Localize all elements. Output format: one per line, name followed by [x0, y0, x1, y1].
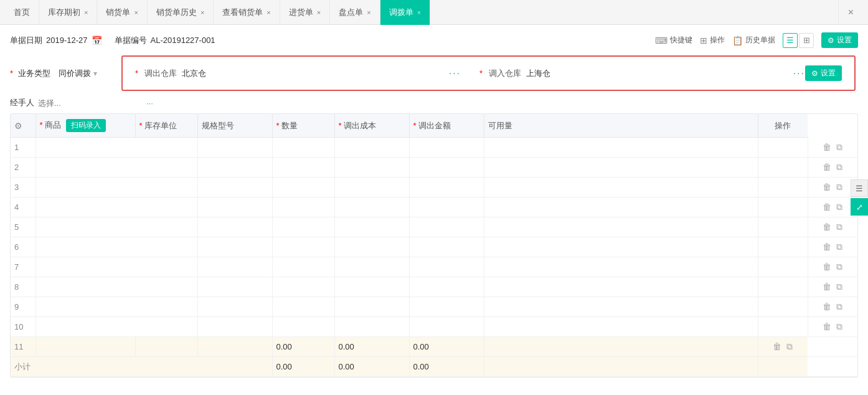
tab-sales-order-close[interactable]: × — [134, 9, 138, 16]
amount-cell[interactable] — [484, 178, 758, 198]
product-cell[interactable] — [35, 317, 197, 337]
row-delete-icon[interactable]: 🗑 — [823, 222, 831, 232]
tab-inventory-init-close[interactable]: × — [84, 9, 88, 16]
qty-cell[interactable] — [334, 198, 409, 217]
spec-cell[interactable] — [272, 257, 334, 277]
tab-sales-history[interactable]: 销货单历史 × — [148, 0, 214, 25]
handler-input[interactable] — [38, 98, 143, 108]
unit-cell[interactable] — [197, 217, 272, 237]
right-panel-list-button[interactable]: ☰ — [851, 179, 868, 197]
grid-view-button[interactable]: ⊞ — [799, 33, 814, 48]
qty-cell[interactable] — [334, 217, 409, 237]
unit-cell[interactable] — [197, 257, 272, 277]
spec-cell[interactable] — [272, 158, 334, 178]
tab-purchase-order-close[interactable]: × — [317, 9, 321, 16]
unit-cell[interactable] — [197, 297, 272, 317]
qty-cell[interactable] — [334, 237, 409, 257]
calendar-icon[interactable]: 📅 — [92, 36, 102, 45]
settings-button[interactable]: ⚙ 设置 — [821, 32, 858, 48]
spec-cell[interactable] — [272, 178, 334, 198]
tab-purchase-order[interactable]: 进货单 × — [280, 0, 330, 25]
cost-cell[interactable] — [409, 198, 484, 217]
cost-cell[interactable] — [409, 317, 484, 337]
qty-cell[interactable] — [334, 297, 409, 317]
row-copy-icon[interactable]: ⧉ — [836, 142, 842, 152]
row-copy-icon[interactable]: ⧉ — [836, 242, 842, 252]
row-delete-icon[interactable]: 🗑 — [823, 242, 831, 252]
qty-cell[interactable] — [334, 158, 409, 178]
tab-transfer[interactable]: 调拨单 × — [380, 0, 430, 25]
window-close-button[interactable]: × — [838, 0, 863, 25]
product-cell[interactable] — [35, 237, 197, 257]
cost-cell[interactable] — [409, 277, 484, 297]
product-cell[interactable] — [35, 138, 197, 158]
row-delete-icon[interactable]: 🗑 — [823, 321, 831, 331]
spec-cell[interactable] — [272, 297, 334, 317]
cost-cell[interactable] — [409, 237, 484, 257]
business-type-select[interactable]: 同价调拨 ▾ — [54, 66, 101, 81]
amount-cell[interactable] — [484, 237, 758, 257]
cost-cell[interactable] — [409, 217, 484, 237]
row-copy-icon[interactable]: ⧉ — [836, 302, 842, 312]
amount-cell[interactable] — [484, 138, 758, 158]
row-delete-icon[interactable]: 🗑 — [823, 142, 831, 152]
amount-cell[interactable] — [484, 297, 758, 317]
cost-cell[interactable] — [409, 138, 484, 158]
unit-cell[interactable] — [197, 277, 272, 297]
row-copy-icon[interactable]: ⧉ — [836, 202, 842, 212]
row-copy-icon[interactable]: ⧉ — [836, 162, 842, 172]
list-view-button[interactable]: ☰ — [783, 33, 798, 48]
spec-cell[interactable] — [272, 237, 334, 257]
tab-home[interactable]: 首页 — [5, 0, 39, 25]
tab-inventory-check-close[interactable]: × — [367, 9, 370, 16]
right-panel-expand-button[interactable]: ⤢ — [851, 198, 868, 216]
qty-cell[interactable] — [334, 257, 409, 277]
spec-cell[interactable] — [272, 317, 334, 337]
product-cell[interactable] — [35, 217, 197, 237]
tab-view-sales-close[interactable]: × — [267, 9, 270, 16]
spec-cell[interactable] — [272, 217, 334, 237]
row-copy-icon[interactable]: ⧉ — [836, 182, 842, 192]
product-cell[interactable] — [35, 178, 197, 198]
tab-inventory-init[interactable]: 库存期初 × — [39, 0, 97, 25]
cost-cell[interactable] — [409, 178, 484, 198]
subtotal-delete-icon[interactable]: 🗑 — [773, 341, 781, 351]
product-cell[interactable] — [35, 277, 197, 297]
unit-cell[interactable] — [197, 138, 272, 158]
tab-sales-order[interactable]: 销货单 × — [97, 0, 147, 25]
row-delete-icon[interactable]: 🗑 — [823, 162, 831, 172]
tab-view-sales[interactable]: 查看销货单 × — [214, 0, 280, 25]
amount-cell[interactable] — [484, 317, 758, 337]
unit-cell[interactable] — [197, 178, 272, 198]
tab-transfer-close[interactable]: × — [417, 9, 421, 16]
amount-cell[interactable] — [484, 277, 758, 297]
row-copy-icon[interactable]: ⧉ — [836, 222, 842, 232]
shortcut-button[interactable]: ⌨ 快捷键 — [655, 35, 692, 45]
unit-cell[interactable] — [197, 317, 272, 337]
qty-cell[interactable] — [334, 138, 409, 158]
row-delete-icon[interactable]: 🗑 — [823, 282, 831, 292]
row-delete-icon[interactable]: 🗑 — [823, 202, 831, 212]
amount-cell[interactable] — [484, 257, 758, 277]
scan-button[interactable]: 扫码录入 — [66, 119, 106, 132]
cost-cell[interactable] — [409, 297, 484, 317]
spec-cell[interactable] — [272, 138, 334, 158]
warehouse-settings-button[interactable]: ⚙ 设置 — [805, 65, 842, 81]
tab-inventory-check[interactable]: 盘点单 × — [330, 0, 380, 25]
history-button[interactable]: 📋 历史单据 — [732, 35, 775, 45]
unit-cell[interactable] — [197, 198, 272, 217]
product-cell[interactable] — [35, 257, 197, 277]
product-cell[interactable] — [35, 297, 197, 317]
cost-cell[interactable] — [409, 257, 484, 277]
product-cell[interactable] — [35, 198, 197, 217]
qty-cell[interactable] — [334, 178, 409, 198]
handler-more-button[interactable]: ··· — [146, 98, 153, 108]
product-cell[interactable] — [35, 158, 197, 178]
row-copy-icon[interactable]: ⧉ — [836, 282, 842, 292]
operate-button[interactable]: ⊞ 操作 — [700, 35, 725, 45]
row-delete-icon[interactable]: 🗑 — [823, 302, 831, 312]
amount-cell[interactable] — [484, 217, 758, 237]
row-delete-icon[interactable]: 🗑 — [823, 262, 831, 272]
unit-cell[interactable] — [197, 237, 272, 257]
table-gear-icon[interactable]: ⚙ — [14, 121, 22, 131]
